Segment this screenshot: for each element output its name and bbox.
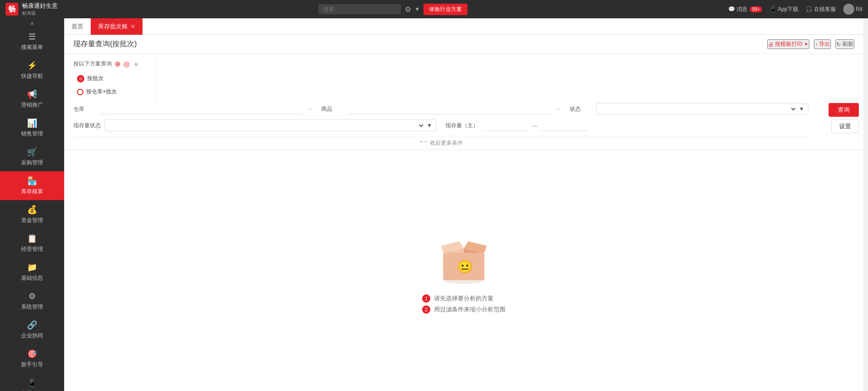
- export-button[interactable]: ↑ 导出: [814, 39, 831, 49]
- inventory-icon: 🏪: [27, 176, 37, 186]
- sidebar-item-label-basic-info: 基础信息: [21, 274, 43, 282]
- user-avatar[interactable]: Rit: [843, 4, 863, 15]
- collapse-more-button[interactable]: ⌃⌃ 收起更多条件: [73, 136, 808, 150]
- online-support-button[interactable]: 🎧 在线客服: [806, 5, 836, 13]
- svg-text:😐: 😐: [457, 259, 473, 274]
- status-label: 状态: [570, 105, 593, 113]
- sidebar-item-basic-info[interactable]: 📁 基础信息: [0, 258, 64, 287]
- stock-amount-max-input[interactable]: [541, 120, 587, 131]
- status-dropdown-icon: ▼: [799, 106, 804, 112]
- sidebar-item-apps[interactable]: 📱 应用中心: [0, 373, 64, 391]
- settings-icon[interactable]: ⚙: [405, 5, 411, 14]
- sidebar-item-label-newbie: 新手引导: [21, 361, 43, 369]
- empty-svg: 😐: [434, 228, 494, 287]
- step-1-number: 1: [422, 294, 430, 303]
- filter-sidebar-title: 按以下方案查询 ⊕ ◎ «: [73, 60, 151, 68]
- tab-inventory-batch[interactable]: 库存批次账 ✕: [91, 18, 143, 35]
- stock-amount-label: 现存量（主）: [445, 122, 478, 130]
- sidebar-item-marketing[interactable]: 📢 营销推广: [0, 85, 64, 114]
- template-print-button[interactable]: 🖨 按模板打印 ▼: [767, 39, 809, 49]
- app-download-button[interactable]: 📱 App下载: [769, 5, 798, 13]
- filter-and-content: 按以下方案查询 ⊕ ◎ « ◎ 按批次: [64, 54, 863, 391]
- app-edition: 标准版: [22, 10, 58, 16]
- sidebar-item-system[interactable]: ⚙ 系统管理: [0, 287, 64, 315]
- right-scrollbar[interactable]: [863, 18, 868, 391]
- tab-inventory-batch-label: 库存批次账: [98, 18, 128, 35]
- avatar-icon: [843, 4, 854, 15]
- filter-collapse-icon[interactable]: «: [134, 60, 138, 68]
- add-filter-icon[interactable]: ⊕: [115, 60, 121, 68]
- stock-amount-field: 现存量（主） —: [445, 120, 808, 131]
- filter-option-warehouse-batch[interactable]: 按仓库+批次: [73, 85, 151, 98]
- system-icon: ⚙: [28, 291, 36, 301]
- settings-button[interactable]: 设置: [831, 119, 859, 133]
- status-dropdown[interactable]: [600, 105, 797, 113]
- filter-option-batch[interactable]: ◎ 按批次: [73, 72, 151, 85]
- template-print-label: 按模板打印: [775, 40, 802, 48]
- sidebar-item-finance[interactable]: 💰 资金管理: [0, 200, 64, 229]
- goods-more-icon[interactable]: ···: [556, 106, 560, 112]
- query-button[interactable]: 查询: [829, 103, 859, 117]
- collapse-more-label: 收起更多条件: [430, 139, 463, 147]
- sidebar-item-purchase[interactable]: 🛒 采购管理: [0, 142, 64, 171]
- support-icon: 🎧: [806, 6, 813, 12]
- scroll-up-arrow[interactable]: ▲: [0, 18, 64, 27]
- tab-home[interactable]: 首页: [64, 18, 91, 35]
- radio-dot: [79, 91, 82, 93]
- print-dropdown-icon[interactable]: ▼: [804, 42, 808, 47]
- messages-button[interactable]: 💬 消息 99+: [728, 5, 762, 13]
- filter-sidebar: 按以下方案查询 ⊕ ◎ « ◎ 按批次: [64, 60, 156, 103]
- refresh-label: 刷新: [842, 40, 853, 48]
- sidebar-item-quick-nav[interactable]: ⚡ 快捷导航: [0, 56, 64, 85]
- warehouse-more-icon[interactable]: ···: [308, 106, 312, 112]
- sidebar-item-label-inventory: 库存核算: [21, 188, 43, 196]
- operations-icon: 📋: [27, 234, 37, 244]
- sidebar-item-newbie[interactable]: 🎯 新手引导: [0, 344, 64, 373]
- sidebar-item-enterprise[interactable]: 🔗 企业协同: [0, 315, 64, 344]
- collapse-up-icon: ⌃⌃: [419, 140, 428, 147]
- settings-filter-icon[interactable]: ◎: [123, 60, 130, 68]
- search-input[interactable]: [319, 4, 401, 14]
- goods-label: 商品: [321, 105, 344, 113]
- stock-status-field: 现存量状态 ▼: [73, 119, 436, 131]
- search-menu-icon: ☰: [28, 32, 36, 42]
- goods-input[interactable]: [348, 104, 552, 114]
- stock-status-label: 现存量状态: [73, 122, 101, 130]
- sidebar-item-search[interactable]: ☰ 搜索菜单: [0, 27, 64, 56]
- download-icon: 📱: [769, 6, 776, 12]
- filter-option-warehouse-batch-label: 按仓库+批次: [86, 88, 117, 96]
- quick-nav-icon: ⚡: [27, 60, 37, 71]
- page-header: 现存量查询(按批次) 🖨 按模板打印 ▼ ↑ 导出 ↻ 刷新: [64, 35, 863, 54]
- stock-status-select[interactable]: ▼: [104, 119, 436, 131]
- filter-row-2: 现存量状态 ▼ 现存量（主） —: [73, 119, 808, 131]
- stock-amount-min-input[interactable]: [482, 120, 528, 131]
- industry-button[interactable]: 体验行业方案: [423, 4, 467, 15]
- status-select[interactable]: ▼: [596, 103, 808, 115]
- refresh-button[interactable]: ↻ 刷新: [835, 39, 854, 49]
- stock-status-dropdown-icon: ▼: [427, 122, 432, 129]
- page-title: 现存量查询(按批次): [73, 39, 137, 49]
- dropdown-icon[interactable]: ▼: [415, 6, 420, 12]
- newbie-icon: 🎯: [27, 349, 37, 359]
- empty-step-1: 1 请先选择要分析的方案: [422, 294, 505, 303]
- stock-status-dropdown[interactable]: [109, 122, 425, 129]
- user-name: Rit: [856, 6, 863, 12]
- tab-close-icon[interactable]: ✕: [131, 18, 135, 35]
- basic-info-icon: 📁: [27, 262, 37, 272]
- sidebar-item-label-marketing: 营销推广: [21, 101, 43, 109]
- app-info: 畅康通好生意 标准版: [22, 2, 58, 16]
- sidebar-item-label-system: 系统管理: [21, 303, 43, 311]
- app-download-label: App下载: [778, 5, 798, 13]
- sidebar-item-label-purchase: 采购管理: [21, 159, 43, 167]
- sidebar-item-operations[interactable]: 📋 经营管理: [0, 229, 64, 258]
- sidebar-item-inventory[interactable]: 🏪 库存核算: [0, 171, 64, 200]
- content-area: 首页 库存批次账 ✕ 现存量查询(按批次) 🖨 按模板打印 ▼ ↑ 导出: [64, 18, 863, 391]
- warehouse-input[interactable]: [100, 104, 304, 114]
- header-right: 💬 消息 99+ 📱 App下载 🎧 在线客服 Rit: [728, 4, 863, 15]
- tab-bar: 首页 库存批次账 ✕: [64, 18, 863, 35]
- step-2-text: 用过滤条件来缩小分析范围: [434, 305, 505, 314]
- message-icon: 💬: [728, 6, 735, 12]
- sidebar-item-sales[interactable]: 📊 销售管理: [0, 114, 64, 142]
- messages-badge: 99+: [750, 6, 762, 12]
- filter-buttons-area: 查询 设置: [818, 103, 863, 150]
